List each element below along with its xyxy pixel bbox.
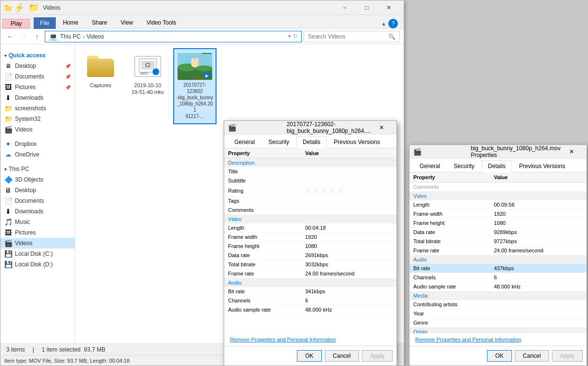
dialog2: 🎬 big_buck_bunny_1080p_h264.mov Properti… [409,144,587,366]
tab-view[interactable]: View [115,17,140,28]
svg-rect-0 [5,6,12,11]
file-item-bbb[interactable]: ▶ 20170727-123602-big_buck_bunny_1080p_h… [173,48,217,124]
dialog1-tab-general[interactable]: General [228,136,261,148]
svg-point-12 [191,58,195,64]
item-type-info: Item type: MOV File, Size: 93.7 MB, Leng… [4,358,129,364]
folder-icon-screenshots: 📁 [4,105,12,112]
dialog1-tab-details[interactable]: Details [296,136,327,148]
sidebar-item-desktop[interactable]: 🖥 Desktop 📌 [0,61,75,71]
addr-this-pc: This PC [60,33,81,40]
up-button[interactable]: ↑ [31,31,43,42]
pin-icon-3: 📌 [65,85,71,90]
dialog1-props-table: Property Value Description Title Subtitl… [224,148,396,314]
address-bar: ← → ↑ 💻 This PC › Videos ▾ ↻ 🔍 [0,29,404,44]
prop2-comments-placeholder: Comments [409,183,587,192]
sidebar-label-pictures-pc: Pictures [15,229,36,236]
section2-audio: Audio [409,255,587,264]
dialog2-scroll[interactable]: Property Value Comments Video Length00:0… [409,172,587,333]
col-property2: Property [409,172,490,183]
prop2-bit-rate: Bit rate437kbps [409,264,587,273]
sidebar-label-locald: Local Disk (D:) [15,261,53,268]
search-box[interactable]: 🔍 [304,31,400,42]
sidebar-item-pictures[interactable]: 🖼 Pictures 📌 [0,82,75,92]
search-input[interactable] [308,33,388,40]
desktop-icon-pc: 🖥 [4,186,12,194]
dialog1-tab-prev-versions[interactable]: Previous Versions [328,136,386,148]
dialog2-tab-general[interactable]: General [413,160,447,172]
tab-file[interactable]: File [34,17,55,29]
sidebar-label-downloads-pc: Downloads [15,208,43,215]
sidebar-item-downloads-pc[interactable]: ⬇ Downloads [0,206,75,217]
refresh-icon[interactable]: ↻ [293,33,297,39]
prop-subtitle: Subtitle [224,176,396,185]
address-box[interactable]: 💻 This PC › Videos ▾ ↻ [45,31,302,42]
maximize-button[interactable]: □ [356,0,378,15]
file-item-captures[interactable]: Captures [79,48,122,124]
file-item-mkv[interactable]: MKV ▶ 2019-10-1019-51-40.mkv [126,48,169,124]
close-button[interactable]: ✕ [378,0,400,15]
minimize-button[interactable]: − [333,0,356,15]
sidebar-item-locald[interactable]: 💾 Local Disk (D:) [0,259,75,270]
sidebar-item-dropbox[interactable]: ✦ Dropbox [0,139,75,149]
col-value2: Value [490,172,579,183]
dialog2-cancel-button[interactable]: Cancel [515,350,549,362]
sidebar-label-screenshots: screenshots [15,105,46,112]
sidebar-item-documents-pc[interactable]: 📄 Documents [0,196,75,206]
sidebar-this-pc-header[interactable]: ▾ This PC [0,164,75,174]
dialog1-apply-button[interactable]: Apply [362,350,393,362]
dialog1-tab-security[interactable]: Security [262,136,295,148]
sidebar-item-desktop-pc[interactable]: 🖥 Desktop [0,185,75,196]
prop2-frame-width: Frame width1920 [409,209,587,219]
remove-properties-link2[interactable]: Remove Properties and Personal Informati… [415,337,521,342]
prop2-artists: Contributing artists [409,300,587,309]
dialog1-ok-button[interactable]: OK [297,350,321,362]
remove-properties-link[interactable]: Remove Properties and Personal Informati… [230,337,336,342]
sidebar-label-documents: Documents [15,73,44,80]
sidebar-item-videos-pc[interactable]: 🎬 Videos [0,238,75,248]
dialog1-cancel-button[interactable]: Cancel [325,350,359,362]
svg-point-10 [195,65,212,71]
play-badge: ▶ [204,72,210,79]
dialog2-title-bar: 🎬 big_buck_bunny_1080p_h264.mov Properti… [409,145,587,158]
pictures-icon: 🖼 [4,83,12,91]
section2-origin: Origin [409,327,587,334]
help-button[interactable]: ? [388,19,398,28]
ribbon-collapse[interactable]: ▲ [381,21,386,26]
dialog1-scroll[interactable]: Property Value Description Title Subtitl… [224,148,396,333]
sidebar-item-system32[interactable]: 📁 System32 [0,114,75,124]
drive-d-icon: 💾 [4,261,12,268]
addr-dropdown[interactable]: ▾ [288,33,291,39]
sidebar-item-music[interactable]: 🎵 Music [0,217,75,227]
sidebar-item-localc[interactable]: 💾 Local Disk (C:) [0,248,75,259]
tab-play[interactable]: Play [2,19,30,28]
dialog2-apply-button[interactable]: Apply [552,350,583,362]
sidebar-quick-access-header[interactable]: ▾ Quick access [0,50,75,61]
sidebar-item-screenshots[interactable]: 📁 screenshots [0,103,75,114]
sidebar-label-desktop-pc: Desktop [15,187,36,194]
desktop-icon: 🖥 [4,62,12,70]
back-button[interactable]: ← [4,31,16,42]
search-icon: 🔍 [388,33,396,40]
tab-home[interactable]: Home [57,17,85,28]
sidebar-label-dropbox: Dropbox [15,141,37,147]
dialog1-close-button[interactable]: ✕ [371,121,393,134]
dialog1: 🎬 20170727-123602-big_buck_bunny_1080p_h… [224,120,397,366]
sidebar-item-3dobjects[interactable]: 🔷 3D Objects [0,174,75,185]
prop2-frame-rate: Frame rate24.00 frames/second [409,246,587,255]
sidebar-item-videos-qa[interactable]: 🎬 Videos [0,124,75,135]
rating-stars[interactable]: ☆ ☆ ☆ ☆ ☆ [305,187,344,195]
prop2-year: Year [409,309,587,318]
sidebar-item-documents[interactable]: 📄 Documents 📌 [0,71,75,82]
sidebar-item-downloads[interactable]: ⬇ Downloads [0,92,75,103]
sidebar-item-onedrive[interactable]: ☁ OneDrive [0,149,75,160]
dialog2-tab-details[interactable]: Details [482,160,512,172]
dialog2-tab-security[interactable]: Security [447,160,481,172]
tab-share[interactable]: Share [86,17,114,28]
tab-video-tools[interactable]: Video Tools [141,17,183,28]
dialog2-close-button[interactable]: ✕ [561,145,583,158]
dialog2-tab-prev-versions[interactable]: Previous Versions [513,160,572,172]
sidebar-label-documents-pc: Documents [15,197,44,204]
forward-button: → [18,31,29,42]
sidebar-item-pictures-pc[interactable]: 🖼 Pictures [0,227,75,238]
dialog2-ok-button[interactable]: OK [487,350,511,362]
